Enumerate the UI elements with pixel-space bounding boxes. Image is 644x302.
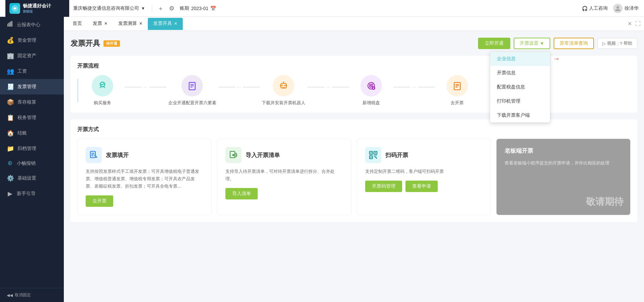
tab-invoice-close[interactable]: ✕: [104, 21, 108, 26]
period-value: 2023-01: [191, 6, 208, 11]
dropdown-item-download-client[interactable]: 下载开票客户端: [490, 108, 550, 122]
go-invoice-icon: [446, 75, 468, 97]
flow-step-buy-service: 购买服务: [82, 75, 123, 106]
add-tax-disk-icon: 税: [360, 75, 382, 97]
scan-code-manage-button[interactable]: 开票码管理: [365, 181, 402, 192]
tab-invoice-issue[interactable]: 发票开具 ✕: [148, 18, 183, 30]
add-icon[interactable]: ＋: [158, 4, 164, 12]
boss-invoice-desc: 查看老板端小程序提交的开票申请，并作出相应的处理: [505, 159, 622, 167]
svg-rect-38: [371, 152, 372, 153]
sidebar-cancel-button[interactable]: ◀◀ 取消固定: [0, 288, 64, 302]
sidebar-label-invoice: 发票管理: [17, 84, 36, 90]
tab-invoice-calc-label: 发票测算: [118, 21, 137, 27]
tab-invoice[interactable]: 发票 ✕: [87, 18, 113, 30]
dropdown-item-tax-disk[interactable]: 配置税盘信息: [490, 80, 550, 94]
archive-icon: 📁: [7, 145, 14, 152]
settlement-icon: 🏠: [7, 129, 14, 137]
svg-rect-4: [9, 23, 10, 27]
exception-list-button[interactable]: 异常清单查询: [554, 38, 594, 49]
sidebar-item-guide[interactable]: ▶ 新手引导: [0, 186, 64, 201]
flow-step-enterprise-config: 企业开通配置开票六要素: [168, 75, 216, 106]
dropdown-item-company-info[interactable]: 企业信息 →: [490, 52, 550, 66]
company-selector[interactable]: 重庆畅捷交通信息咨询有限公司 ▼: [69, 5, 149, 11]
sidebar-item-settings[interactable]: ⚙️ 基础设置: [0, 171, 64, 186]
sidebar-item-payroll[interactable]: 👥 工资: [0, 64, 64, 79]
enterprise-config-icon: [181, 75, 203, 97]
sidebar-item-expense[interactable]: © 小畅报销: [0, 156, 64, 171]
tab-close-all-icon[interactable]: ✕: [628, 21, 632, 27]
calendar-icon[interactable]: 📅: [210, 6, 216, 11]
top-bar: 畅捷通好会计 旗舰版 重庆畅捷交通信息咨询有限公司 ▼ ＋ ⚙ 账期 2023-…: [0, 0, 644, 17]
tab-home[interactable]: 首页: [67, 18, 87, 30]
import-list-title: 导入开票清单: [246, 151, 280, 159]
sidebar-label-payroll: 工资: [17, 68, 27, 74]
tab-invoice-calc[interactable]: 发票测算 ✕: [113, 18, 148, 30]
cancel-label: 取消固定: [15, 292, 31, 298]
flow-connector-2: ···: [216, 84, 262, 90]
cancel-pin-icon: ◀◀: [7, 293, 13, 298]
invoice-settings-button[interactable]: 开票设置 ▼: [514, 38, 551, 49]
content-area: 首页 发票 ✕ 发票测算 ✕ 发票开具 ✕ ✕ ⛶: [64, 17, 644, 302]
dropdown-item-invoice-info[interactable]: 开票信息: [490, 66, 550, 80]
sidebar-item-archive[interactable]: 📁 归档管理: [0, 141, 64, 156]
tab-invoice-issue-close[interactable]: ✕: [174, 21, 177, 26]
assets-icon: 🏢: [7, 52, 14, 60]
sidebar-item-invoice[interactable]: 🧾 发票管理: [0, 79, 64, 95]
import-list-button[interactable]: 导入清单: [225, 188, 258, 199]
scan-code-view-button[interactable]: 查看申请: [405, 181, 438, 192]
methods-grid: 发票填开 支持按照发票样式手工填开发票；可开具增值税电子普通发票、增值税普通发票…: [77, 139, 631, 215]
tab-invoice-calc-close[interactable]: ✕: [139, 21, 142, 26]
inventory-icon: 📦: [7, 99, 14, 106]
tab-home-label: 首页: [73, 21, 82, 27]
header-actions: 立即开通 开票设置 ▼ 企业信息 →: [478, 38, 637, 49]
help-circle-icon: ?: [620, 41, 622, 46]
activate-button[interactable]: 立即开通: [478, 38, 510, 49]
svg-rect-6: [11, 21, 12, 27]
guide-icon: ▶: [7, 190, 13, 197]
sidebar-label-inventory: 库存核算: [17, 99, 36, 105]
methods-section: 开票方式: [71, 119, 637, 222]
dropdown-item-printer[interactable]: 打印机管理: [490, 94, 550, 108]
dropdown-arrow-icon: ▼: [141, 6, 145, 11]
flow-step-1-area: 购买服务: [77, 75, 123, 106]
flow-connector-4: ···: [391, 84, 437, 90]
sidebar-label-guide: 新手引导: [17, 191, 36, 197]
enterprise-config-label: 企业开通配置开票六要素: [168, 100, 216, 106]
sidebar-item-fund[interactable]: 💰 资金管理: [0, 33, 64, 48]
sidebar-item-tax[interactable]: 📋 税务管理: [0, 110, 64, 125]
svg-rect-5: [10, 22, 11, 27]
settings-icon[interactable]: ⚙: [169, 5, 174, 12]
buy-service-label: 购买服务: [94, 100, 111, 106]
invoice-info-label: 开票信息: [497, 70, 516, 75]
sidebar-item-inventory[interactable]: 📦 库存核算: [0, 95, 64, 110]
service-button[interactable]: 🎧 人工咨询: [582, 5, 608, 11]
separator2: |: [617, 41, 618, 46]
service-label: 人工咨询: [589, 5, 608, 11]
boss-invoice-title: 老板端开票: [505, 147, 533, 155]
go-invoice-label: 去开票: [450, 100, 464, 106]
download-client-label: 下载开票客户端: [497, 112, 530, 118]
video-help-button[interactable]: ▷ 视频 | ? 帮助: [597, 38, 637, 49]
play-icon: ▷: [602, 41, 606, 46]
main-area: 云报表中心 💰 资金管理 🏢 固定资产 👥 工资 🧾 发票管理 📦 库存核算: [0, 17, 644, 302]
flow-section: 开票流程: [71, 56, 637, 113]
sidebar-label-assets: 固定资产: [17, 53, 36, 59]
sidebar-item-settlement[interactable]: 🏠 结账: [0, 125, 64, 141]
tab-invoice-label: 发票: [93, 21, 102, 27]
flow-step-download-robot: 下载并安装开票机器人: [262, 75, 305, 106]
user-info[interactable]: 徐泽华: [613, 4, 639, 13]
page-content: 发票开具 待开通 立即开通 开票设置 ▼: [64, 31, 644, 302]
separator: [152, 5, 152, 12]
sidebar-item-cloud-report[interactable]: 云报表中心: [0, 17, 64, 33]
cloud-report-icon: [7, 21, 13, 29]
method-header-boss-invoice: 老板端开票: [505, 147, 622, 155]
svg-rect-28: [90, 151, 95, 158]
manual-fill-button[interactable]: 去开票: [86, 195, 113, 207]
add-tax-disk-label: 新增税盘: [362, 100, 380, 106]
tab-expand-icon[interactable]: ⛶: [635, 21, 641, 27]
flow-connector-3: ···: [305, 84, 351, 90]
user-avatar: [613, 4, 622, 13]
download-robot-icon: [273, 75, 294, 97]
sidebar-item-assets[interactable]: 🏢 固定资产: [0, 48, 64, 64]
page-title-area: 发票开具 待开通: [71, 38, 120, 48]
